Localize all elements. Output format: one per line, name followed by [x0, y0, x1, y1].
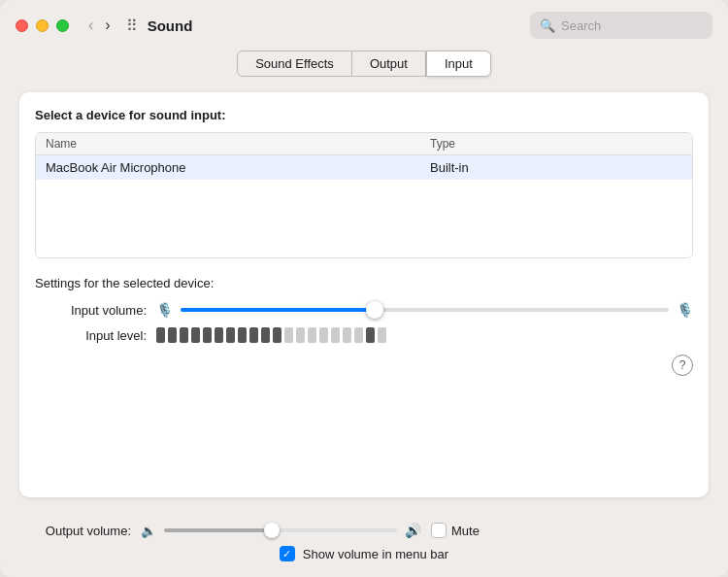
help-button[interactable]: ? [672, 355, 693, 376]
output-volume-slider[interactable] [164, 528, 397, 532]
nav-buttons: ‹ › [84, 16, 115, 35]
table-empty-area [36, 180, 692, 257]
device-name: MacBook Air Microphone [46, 160, 430, 175]
level-bar-12 [284, 327, 293, 343]
level-bar-2 [168, 327, 177, 343]
level-bar-15 [319, 327, 328, 343]
level-bar-9 [249, 327, 258, 343]
mute-label: Mute [451, 524, 480, 538]
level-bar-10 [261, 327, 270, 343]
level-bar-17 [343, 327, 351, 343]
tab-output[interactable]: Output [352, 51, 426, 77]
mute-checkbox[interactable] [431, 523, 447, 538]
input-volume-row: Input volume: 🎙️ 🎙️ [35, 302, 693, 318]
level-bar-19 [366, 327, 375, 343]
show-volume-label: Show volume in menu bar [303, 547, 448, 561]
level-bar-14 [308, 327, 316, 343]
level-bar-5 [203, 327, 212, 343]
mute-area: Mute [431, 523, 480, 538]
search-icon: 🔍 [540, 18, 555, 33]
search-bar[interactable]: 🔍 Search [530, 12, 712, 39]
speaker-quiet-icon: 🔈 [141, 524, 156, 538]
search-input-placeholder: Search [561, 18, 601, 33]
bottom-bar: Output volume: 🔈 🔊 Mute ✓ Show volume in… [0, 513, 728, 577]
mic-loud-icon: 🎙️ [677, 302, 693, 318]
input-volume-slider[interactable] [181, 308, 669, 312]
input-level-row: Input level: [35, 327, 693, 343]
level-bar-8 [238, 327, 247, 343]
level-bar-3 [180, 327, 188, 343]
mic-quiet-icon: 🎙️ [156, 302, 173, 318]
main-panel: Select a device for sound input: Name Ty… [19, 92, 709, 497]
device-section-title: Select a device for sound input: [35, 108, 693, 122]
window-title: Sound [148, 17, 193, 34]
level-bar-6 [215, 327, 223, 343]
output-volume-row: Output volume: 🔈 🔊 Mute [19, 523, 709, 538]
forward-button[interactable]: › [101, 16, 114, 35]
speaker-loud-icon: 🔊 [405, 523, 421, 538]
device-type: Built-in [430, 160, 682, 175]
main-window: ‹ › ⠿ Sound 🔍 Search Sound Effects Outpu… [0, 0, 728, 577]
level-bar-20 [378, 327, 386, 343]
content-area: Sound Effects Output Input Select a devi… [0, 51, 728, 513]
device-table: Name Type MacBook Air Microphone Built-i… [35, 132, 693, 258]
back-button[interactable]: ‹ [84, 16, 97, 35]
tab-sound-effects[interactable]: Sound Effects [237, 51, 352, 77]
tabs-container: Sound Effects Output Input [19, 51, 709, 77]
level-bar-1 [156, 327, 165, 343]
level-bar-11 [273, 327, 281, 343]
maximize-button[interactable] [56, 19, 69, 32]
show-volume-checkbox[interactable]: ✓ [280, 546, 295, 561]
output-volume-label: Output volume: [19, 524, 131, 538]
level-bar-18 [354, 327, 363, 343]
input-level-label: Input level: [35, 328, 147, 343]
level-bar-13 [296, 327, 305, 343]
grid-icon: ⠿ [126, 17, 138, 35]
table-header: Name Type [36, 133, 692, 155]
close-button[interactable] [16, 19, 28, 32]
input-volume-label: Input volume: [35, 303, 147, 318]
title-bar: ‹ › ⠿ Sound 🔍 Search [0, 0, 728, 51]
minimize-button[interactable] [36, 19, 49, 32]
level-bars [156, 327, 386, 343]
show-volume-row: ✓ Show volume in menu bar [19, 546, 709, 561]
settings-title: Settings for the selected device: [35, 276, 693, 290]
table-row[interactable]: MacBook Air Microphone Built-in [36, 155, 692, 180]
level-bar-4 [191, 327, 200, 343]
traffic-lights [16, 19, 69, 32]
col-name-header: Name [46, 137, 430, 151]
col-type-header: Type [430, 137, 682, 151]
tab-input[interactable]: Input [426, 51, 491, 77]
level-bar-16 [331, 327, 340, 343]
level-bar-7 [226, 327, 235, 343]
